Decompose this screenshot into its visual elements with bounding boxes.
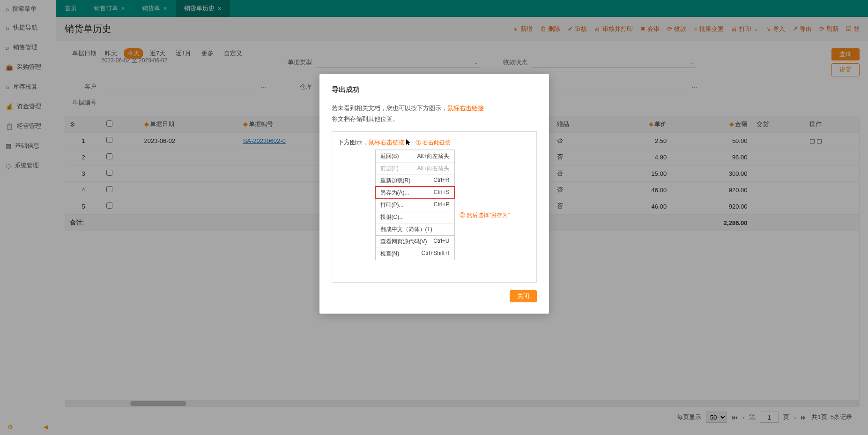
- ctx-item-重新加载(R): 重新加载(R)Ctrl+R: [376, 174, 454, 187]
- ctx-item-投射(C)...: 投射(C)...: [376, 211, 454, 223]
- export-success-modal: 导出成功 若未看到相关文档，您也可以按下方图示，鼠标右击链接 将文档存储到其他位…: [319, 74, 549, 314]
- guide-box: 下方图示，鼠标右击链接 ① 右击此链接 返回(B)Alt+向左箭头前进(F)Al…: [332, 131, 537, 283]
- tip-1: ① 右击此链接: [415, 139, 451, 146]
- modal-title: 导出成功: [332, 85, 537, 94]
- modal-overlay: 导出成功 若未看到相关文档，您也可以按下方图示，鼠标右击链接 将文档存储到其他位…: [0, 0, 868, 435]
- ctx-item-返回(B): 返回(B)Alt+向左箭头: [376, 150, 454, 162]
- close-button[interactable]: 关闭: [510, 290, 537, 302]
- right-click-link[interactable]: 鼠标右击链接: [447, 105, 484, 112]
- ctx-item-翻成中文（简体）(T): 翻成中文（简体）(T): [376, 223, 454, 235]
- guide-link: 鼠标右击链接: [368, 139, 405, 146]
- ctx-item-前进(F): 前进(F)Alt+向右箭头: [376, 162, 454, 174]
- cursor-icon: [406, 139, 411, 146]
- ctx-item-打印(P)...: 打印(P)...Ctrl+P: [376, 199, 454, 211]
- tip-2: ② 然后选择"另存为": [460, 211, 653, 219]
- ctx-item-查看网页源代码(V): 查看网页源代码(V)Ctrl+U: [376, 235, 454, 248]
- ctx-item-另存为(A)...: 另存为(A)...Ctrl+S: [376, 187, 454, 199]
- ctx-item-检查(N): 检查(N)Ctrl+Shift+I: [376, 248, 454, 260]
- context-menu: 返回(B)Alt+向左箭头前进(F)Alt+向右箭头重新加载(R)Ctrl+R另…: [375, 150, 455, 260]
- modal-text: 若未看到相关文档，您也可以按下方图示，鼠标右击链接 将文档存储到其他位置。: [332, 103, 537, 125]
